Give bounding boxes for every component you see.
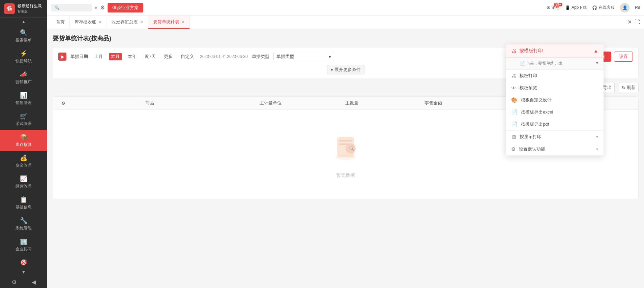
default-fn-label: 设置默认功能 xyxy=(519,146,545,152)
marketing-icon: 📣 xyxy=(20,71,27,78)
dropdown-display-print-section: 🖥 按显示打印 ▾ xyxy=(506,131,604,143)
dropdown-item-template-print[interactable]: 🖨 模板打印 xyxy=(506,70,604,82)
date-btn-current-year[interactable]: 本年 xyxy=(126,53,139,60)
app-download-btn[interactable]: 📱 App下载 xyxy=(565,5,587,10)
default-fn-icon: ⚙ xyxy=(511,146,516,152)
date-btn-more[interactable]: 更多 xyxy=(162,53,175,60)
dropdown-item-display-print[interactable]: 🖥 按显示打印 ▾ xyxy=(506,131,604,143)
settings-button[interactable]: 设置 xyxy=(614,52,633,62)
online-service-btn[interactable]: 🎧 在线客服 xyxy=(592,5,615,10)
type-label: 单据类型 xyxy=(252,54,269,60)
gear-icon[interactable]: ⚙ xyxy=(100,4,105,11)
sidebar-item-label: 营销推广 xyxy=(16,79,32,85)
sidebar-item-enterprise[interactable]: 🏢 企业协同 xyxy=(0,234,47,255)
dropdown-item-export-excel[interactable]: 📄 按模板导出excel xyxy=(506,106,604,118)
purchase-icon: 🛒 xyxy=(20,113,27,120)
print-dropdown-menu: 🖨 按模板打印 ▲ 📄 当前：要货单统计表 ▾ 🖨 模板打印 xyxy=(506,44,604,156)
sidebar-item-label: 系统管理 xyxy=(16,225,32,231)
sys-mgmt-icon: 🔧 xyxy=(20,217,27,224)
export-pdf-icon: 📄 xyxy=(511,121,518,127)
username: Rit xyxy=(635,5,640,10)
scroll-down-btn[interactable]: ▼ xyxy=(0,268,47,276)
search-icon: 🔍 xyxy=(20,29,27,36)
sidebar-item-sales[interactable]: 📊 销售管理 xyxy=(0,88,47,109)
sidebar-item-label: 企业协同 xyxy=(16,246,32,252)
app-logo: 畅 畅康通好生意 标准版 xyxy=(0,0,47,18)
sidebar-item-guide[interactable]: 🎯 新手引导 xyxy=(0,255,47,268)
tab-inventory-batch[interactable]: 库存批次账 ✕ xyxy=(70,15,107,29)
export-excel-label: 按模板导出excel xyxy=(521,109,553,115)
template-preview-icon: 👁 xyxy=(511,85,516,91)
tab-home[interactable]: 首页 xyxy=(51,15,70,29)
empty-icon: 🔍 xyxy=(329,130,362,168)
date-btn-last-7-days[interactable]: 近7天 xyxy=(143,53,158,60)
sidebar-item-search[interactable]: 🔍 搜索菜单 xyxy=(0,26,47,46)
dropdown-arrow-icon[interactable]: ▾ xyxy=(94,4,97,11)
item-left: ⚙ 设置默认功能 xyxy=(511,146,545,152)
close-all-btn[interactable]: ✕ xyxy=(627,19,632,25)
sidebar-item-quick-nav[interactable]: ⚡ 快捷导航 xyxy=(0,46,47,67)
inventory-icon: 📦 xyxy=(20,133,27,141)
type-select[interactable]: 单据类型 ▾ xyxy=(273,52,334,61)
template-print-icon: 🖨 xyxy=(511,73,516,79)
display-print-label: 按显示打印 xyxy=(520,134,541,140)
dropdown-item-template-design[interactable]: 🎨 模板自定义设计 xyxy=(506,94,604,106)
tab-order-stats-close[interactable]: ✕ xyxy=(181,20,185,24)
col-unit: 主计量单位 xyxy=(231,100,310,106)
date-btn-current-month[interactable]: 本月 xyxy=(109,53,122,60)
sidebar-item-inventory[interactable]: 📦 库存核算 xyxy=(0,130,47,151)
template-design-icon: 🎨 xyxy=(511,97,518,103)
app-download-label: App下载 xyxy=(572,5,587,10)
message-icon: ✉ xyxy=(547,5,550,10)
dropdown-current-label: 📄 当前：要货单统计表 ▾ xyxy=(506,58,604,70)
sidebar-item-operations[interactable]: 📈 经营管理 xyxy=(0,172,47,193)
expand-down-icon: ▾ xyxy=(331,67,333,72)
col-product: 商品 xyxy=(71,100,229,106)
col-settings[interactable]: ⚙ xyxy=(58,101,68,106)
tab-inventory-batch-close[interactable]: ✕ xyxy=(98,20,102,25)
item-left: 👁 模板预览 xyxy=(511,85,537,91)
collapse-icon[interactable]: ◀ xyxy=(32,279,36,285)
date-label: 单据日期 xyxy=(70,54,88,60)
sidebar-item-finance[interactable]: 💰 资金管理 xyxy=(0,151,47,172)
sidebar-item-marketing[interactable]: 📣 营销推广 xyxy=(0,67,47,88)
refresh-btn[interactable]: ↻ 刷新 xyxy=(619,83,639,92)
settings-icon[interactable]: ⚙ xyxy=(12,279,17,285)
main-area: 🔍 ▾ ⚙ 体验行业方案 ✉ 消息 99+ 📱 App下载 🎧 在线客服 👤 R… xyxy=(47,0,644,288)
sidebar-item-sys-mgmt[interactable]: 🔧 系统管理 xyxy=(0,214,47,234)
search-bar[interactable]: 🔍 xyxy=(51,4,92,11)
print-header-icon: 🖨 xyxy=(511,48,517,54)
tab-inventory-batch-label: 库存批次账 xyxy=(75,19,96,25)
page-title: 要货单统计表(按商品) xyxy=(53,34,639,42)
date-btn-prev-month[interactable]: 上月 xyxy=(92,53,105,60)
message-btn[interactable]: ✉ 消息 99+ xyxy=(547,5,560,10)
tab-receipt-summary-close[interactable]: ✕ xyxy=(140,20,143,25)
expand-icon-btn[interactable]: ▶ xyxy=(58,53,66,61)
tab-receipt-summary[interactable]: 收发存汇总表 ✕ xyxy=(107,15,148,29)
sidebar-item-purchase[interactable]: 🛒 采购管理 xyxy=(0,109,47,130)
empty-text: 暂无数据 xyxy=(336,172,355,179)
dropdown-item-template-preview[interactable]: 👁 模板预览 xyxy=(506,82,604,94)
date-btn-custom[interactable]: 自定义 xyxy=(179,53,196,60)
svg-rect-2 xyxy=(339,140,352,141)
template-print-label: 模板打印 xyxy=(520,73,537,79)
trial-button[interactable]: 体验行业方案 xyxy=(108,3,143,12)
scroll-up-btn[interactable]: ▲ xyxy=(0,18,47,26)
sidebar-bottom: ⚙ ◀ xyxy=(0,276,47,288)
current-label-icon: 📄 xyxy=(520,61,525,66)
enterprise-icon: 🏢 xyxy=(20,238,27,245)
expand-more-btn[interactable]: ▾ 展开更多条件 xyxy=(327,65,364,74)
dropdown-close-icon[interactable]: ▲ xyxy=(593,48,598,54)
maximize-btn[interactable]: ⛶ xyxy=(635,19,640,25)
dropdown-header: 🖨 按模板打印 ▲ xyxy=(506,44,604,58)
current-label-text: 当前：要货单统计表 xyxy=(526,61,562,66)
dropdown-item-default-fn[interactable]: ⚙ 设置默认功能 ▾ xyxy=(506,143,604,155)
sidebar-item-base-info[interactable]: 📋 基础信息 xyxy=(0,193,47,214)
sales-icon: 📊 xyxy=(20,92,27,99)
sidebar-item-label: 资金管理 xyxy=(16,163,32,168)
select-arrow-icon: ▾ xyxy=(329,54,331,59)
tabbar-actions: ✕ ⛶ xyxy=(627,19,640,25)
avatar[interactable]: 👤 xyxy=(620,3,630,12)
dropdown-item-export-pdf[interactable]: 📄 按模板导出pdf xyxy=(506,118,604,130)
tab-order-stats[interactable]: 要货单统计表 ✕ xyxy=(148,15,190,29)
